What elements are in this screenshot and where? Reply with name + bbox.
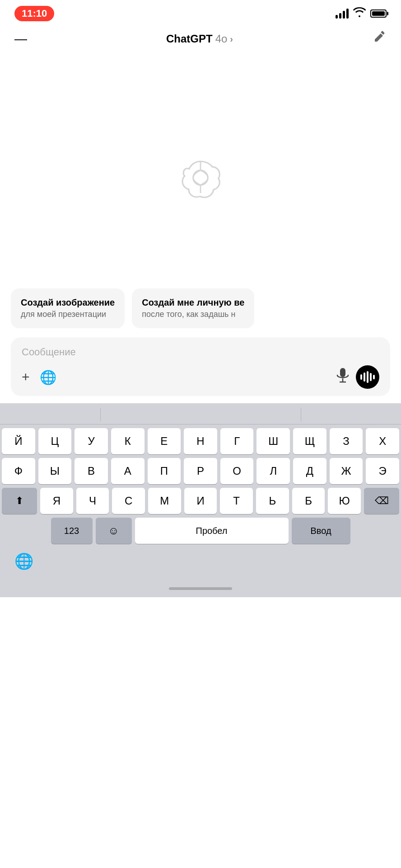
message-input-placeholder[interactable]: Сообщение	[22, 346, 379, 358]
menu-button[interactable]: —	[14, 32, 26, 46]
space-label: Пробел	[196, 526, 228, 536]
keyboard-row-bottom: 123 ☺ Пробел Ввод	[2, 518, 399, 544]
keyboard-row-1: Й Ц У К Е Н Г Ш Щ З Х	[2, 428, 399, 454]
add-button[interactable]: +	[22, 369, 30, 385]
home-bar	[169, 587, 232, 590]
space-key[interactable]: Пробел	[135, 518, 289, 544]
model-selector[interactable]: ChatGPT 4o ›	[166, 33, 233, 45]
enter-label: Ввод	[310, 526, 331, 536]
chevron-right-icon: ›	[230, 34, 233, 44]
key-щ[interactable]: Щ	[293, 428, 326, 454]
key-е[interactable]: Е	[148, 428, 181, 454]
key-г[interactable]: Г	[220, 428, 254, 454]
key-п[interactable]: П	[148, 458, 181, 484]
key-д[interactable]: Д	[293, 458, 326, 484]
suggestion-card-1[interactable]: Создай мне личную ве после того, как зад…	[132, 288, 254, 328]
globe-icon[interactable]: 🌐	[40, 369, 56, 385]
model-badge: 4o	[215, 33, 228, 45]
key-в[interactable]: В	[75, 458, 108, 484]
signal-icon	[336, 9, 349, 19]
key-о[interactable]: О	[220, 458, 254, 484]
key-и[interactable]: И	[184, 488, 217, 514]
key-ы[interactable]: Ы	[38, 458, 72, 484]
app-title: ChatGPT	[166, 33, 213, 45]
main-content	[0, 53, 401, 288]
input-toolbar: + 🌐	[22, 365, 379, 389]
key-х[interactable]: Х	[366, 428, 399, 454]
key-ю[interactable]: Ю	[328, 488, 361, 514]
key-ф[interactable]: Ф	[2, 458, 35, 484]
key-м[interactable]: М	[148, 488, 181, 514]
status-time: 11:10	[14, 6, 54, 21]
suggestion-card-title-0: Создай изображение	[21, 297, 115, 308]
suggestion-cards: Создай изображение для моей презентации …	[0, 288, 401, 328]
suggestion-card-0[interactable]: Создай изображение для моей презентации	[11, 288, 125, 328]
suggestion-card-sub-1: после того, как задашь н	[142, 310, 244, 319]
status-icons	[336, 7, 387, 20]
key-б[interactable]: Б	[292, 488, 325, 514]
key-к[interactable]: К	[111, 428, 145, 454]
numbers-label: 123	[64, 526, 79, 536]
key-а[interactable]: А	[111, 458, 145, 484]
key-ь[interactable]: Ь	[256, 488, 289, 514]
key-с[interactable]: С	[112, 488, 145, 514]
keyboard-divider-right	[301, 408, 301, 421]
key-ж[interactable]: Ж	[330, 458, 363, 484]
svg-rect-3	[340, 368, 345, 377]
key-ц[interactable]: Ц	[38, 428, 72, 454]
audio-waves-icon	[360, 371, 375, 383]
key-ш[interactable]: Ш	[256, 428, 290, 454]
delete-icon: ⌫	[375, 495, 389, 507]
edit-button[interactable]	[373, 31, 387, 47]
suggestion-card-sub-0: для моей презентации	[21, 310, 115, 319]
input-area: Сообщение + 🌐	[11, 337, 390, 396]
shift-key[interactable]: ⬆	[2, 488, 37, 514]
keyboard-row-3: ⬆ Я Ч С М И Т Ь Б Ю ⌫	[2, 488, 399, 514]
input-right-tools	[336, 365, 379, 389]
key-ч[interactable]: Ч	[76, 488, 109, 514]
keyboard-bottom-bar: 🌐	[0, 546, 401, 584]
keyboard-top-row	[0, 403, 401, 425]
key-р[interactable]: Р	[184, 458, 217, 484]
keyboard: Й Ц У К Е Н Г Ш Щ З Х Ф Ы В А П Р О Л Д …	[0, 403, 401, 597]
audio-button[interactable]	[356, 365, 379, 389]
openai-logo	[180, 157, 221, 198]
key-л[interactable]: Л	[256, 458, 290, 484]
key-я[interactable]: Я	[40, 488, 73, 514]
mic-button[interactable]	[336, 368, 350, 387]
delete-key[interactable]: ⌫	[364, 488, 399, 514]
suggestion-card-title-1: Создай мне личную ве	[142, 297, 244, 308]
svg-point-0	[193, 170, 208, 185]
key-э[interactable]: Э	[366, 458, 399, 484]
key-т[interactable]: Т	[220, 488, 253, 514]
globe-keyboard-button[interactable]: 🌐	[14, 552, 33, 570]
keyboard-rows: Й Ц У К Е Н Г Ш Щ З Х Ф Ы В А П Р О Л Д …	[0, 425, 401, 546]
home-indicator	[0, 584, 401, 597]
key-й[interactable]: Й	[2, 428, 35, 454]
numbers-key[interactable]: 123	[51, 518, 93, 544]
status-bar: 11:10	[0, 0, 401, 24]
key-з[interactable]: З	[330, 428, 363, 454]
nav-bar: — ChatGPT 4o ›	[0, 24, 401, 53]
battery-icon	[370, 9, 387, 18]
enter-key[interactable]: Ввод	[292, 518, 350, 544]
keyboard-row-2: Ф Ы В А П Р О Л Д Ж Э	[2, 458, 399, 484]
input-left-tools: + 🌐	[22, 369, 56, 385]
emoji-key[interactable]: ☺	[96, 518, 132, 544]
key-у[interactable]: У	[75, 428, 108, 454]
shift-icon: ⬆	[15, 495, 23, 507]
wifi-icon	[353, 7, 366, 20]
keyboard-divider-left	[100, 408, 101, 421]
key-н[interactable]: Н	[184, 428, 217, 454]
emoji-icon: ☺	[108, 524, 119, 537]
